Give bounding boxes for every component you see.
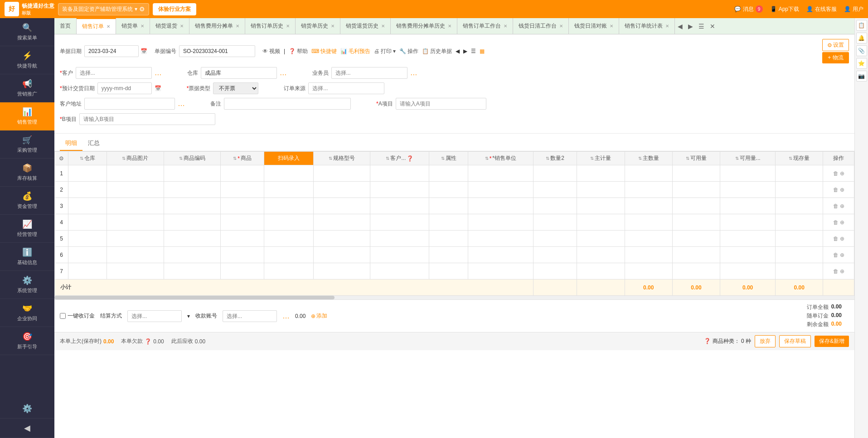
address-expand[interactable]: … xyxy=(178,100,185,108)
row-6-available2[interactable] xyxy=(720,247,776,263)
delete-icon[interactable]: 🗑 xyxy=(833,187,839,193)
row-7-main-qty[interactable] xyxy=(625,263,672,279)
row-6-attribute[interactable] xyxy=(429,247,468,263)
delete-icon[interactable]: 🗑 xyxy=(833,252,839,258)
row-7-unit[interactable] xyxy=(468,263,533,279)
row-2-available2[interactable] xyxy=(720,182,776,198)
help-icon-debt[interactable]: ❓ xyxy=(145,338,151,345)
row-4-unit[interactable] xyxy=(468,214,533,231)
row-2-spec[interactable] xyxy=(313,182,370,198)
row-2-main-qty[interactable] xyxy=(625,182,672,198)
tab-close-order-history[interactable]: ✕ xyxy=(286,24,290,29)
row-5-spec[interactable] xyxy=(313,231,370,247)
col-settings[interactable]: ⚙ xyxy=(55,152,68,165)
copy-icon[interactable]: ⊕ xyxy=(840,170,844,177)
tab-sales-return[interactable]: 销货退货 ✕ xyxy=(150,18,189,34)
row-6-action[interactable]: 🗑 ⊕ xyxy=(823,247,854,263)
row-5-action[interactable]: 🗑 ⊕ xyxy=(823,231,854,247)
right-btn-1[interactable]: 📋 xyxy=(856,20,867,31)
help-icon-types[interactable]: ❓ xyxy=(704,338,711,344)
add-payment-btn[interactable]: ⊕ 添加 xyxy=(311,312,327,320)
tab-close-return-history[interactable]: ✕ xyxy=(381,24,385,29)
copy-icon[interactable]: ⊕ xyxy=(840,252,844,258)
a-project-input[interactable] xyxy=(396,98,486,110)
warehouse-expand[interactable]: … xyxy=(280,69,287,77)
row-1-customer-code[interactable] xyxy=(370,165,429,182)
tab-close-sales-return[interactable]: ✕ xyxy=(180,24,184,29)
row-1-main-qty[interactable] xyxy=(625,165,672,182)
row-7-spec[interactable] xyxy=(313,263,370,279)
right-btn-5[interactable]: 📷 xyxy=(856,71,867,82)
row-6-scan[interactable] xyxy=(264,247,314,263)
row-1-available[interactable] xyxy=(672,165,720,182)
tab-return-history[interactable]: 销货退货历史 ✕ xyxy=(340,18,391,34)
sidebar-item-search[interactable]: 🔍 搜索菜单 xyxy=(0,18,54,46)
shortcut-btn-2[interactable]: ⌨快捷键 xyxy=(311,48,337,55)
tab-close-btn[interactable]: ✕ xyxy=(707,23,718,30)
tab-order-report[interactable]: 销售订单统计表 ✕ xyxy=(619,18,675,34)
tab-close-order-workbench[interactable]: ✕ xyxy=(504,24,507,29)
sidebar-item-purchase[interactable]: 🛒 采购管理 xyxy=(0,130,54,159)
save-new-btn[interactable]: 保存&新增 xyxy=(815,336,849,347)
row-6-code[interactable] xyxy=(164,247,220,263)
row-4-warehouse[interactable] xyxy=(68,214,107,231)
tab-invoice-history[interactable]: 销货单历史 ✕ xyxy=(296,18,340,34)
tab-close-order-report[interactable]: ✕ xyxy=(665,24,669,29)
settings-btn[interactable]: ⚙ 设置 xyxy=(822,39,849,51)
salesperson-expand[interactable]: … xyxy=(410,69,417,77)
account-input[interactable] xyxy=(223,310,277,322)
row-2-action[interactable]: 🗑 ⊕ xyxy=(823,182,854,198)
row-5-product[interactable] xyxy=(220,231,264,247)
row-5-main-qty[interactable] xyxy=(625,231,672,247)
row-6-main-unit[interactable] xyxy=(577,247,625,263)
row-3-customer-code[interactable] xyxy=(370,198,429,214)
row-7-code[interactable] xyxy=(164,263,220,279)
warehouse-input[interactable] xyxy=(201,67,277,79)
tab-detail[interactable]: 明细 xyxy=(60,136,82,151)
row-4-qty2[interactable] xyxy=(533,214,577,231)
sidebar-item-finance[interactable]: 💰 资金管理 xyxy=(0,187,54,215)
tab-order-workbench[interactable]: 销售订单工作台 ✕ xyxy=(457,18,513,34)
one-click-label[interactable]: 一键收订金 xyxy=(60,312,95,320)
row-2-stock[interactable] xyxy=(776,182,823,198)
row-7-action[interactable]: 🗑 ⊕ xyxy=(823,263,854,279)
tab-close-invoice-history[interactable]: ✕ xyxy=(331,24,335,29)
delivery-date-input[interactable] xyxy=(97,82,152,94)
row-6-image[interactable] xyxy=(107,247,164,263)
sidebar-item-management[interactable]: 📈 经营管理 xyxy=(0,215,54,243)
help-btn-2[interactable]: ❓帮助 xyxy=(289,48,308,55)
row-5-attribute[interactable] xyxy=(429,231,468,247)
tab-summary[interactable]: 汇总 xyxy=(82,136,105,151)
row-4-main-unit[interactable] xyxy=(577,214,625,231)
calendar-icon[interactable]: 📅 xyxy=(141,48,147,54)
tab-close-cash-reconcile[interactable]: ✕ xyxy=(610,24,613,29)
row-1-spec[interactable] xyxy=(313,165,370,182)
row-1-product[interactable] xyxy=(220,165,264,182)
row-3-action[interactable]: 🗑 ⊕ xyxy=(823,198,854,214)
row-2-image[interactable] xyxy=(107,182,164,198)
add-logistics-btn-2[interactable]: + 物流 xyxy=(822,52,849,63)
right-btn-2[interactable]: 🔔 xyxy=(856,33,867,43)
row-5-available2[interactable] xyxy=(720,231,776,247)
tab-home[interactable]: 首页 xyxy=(54,18,77,34)
row-3-main-qty[interactable] xyxy=(625,198,672,214)
row-7-available2[interactable] xyxy=(720,263,776,279)
row-2-qty2[interactable] xyxy=(533,182,577,198)
row-5-image[interactable] xyxy=(107,231,164,247)
sidebar-item-quicknav[interactable]: ⚡ 快捷导航 xyxy=(0,46,54,74)
row-1-qty2[interactable] xyxy=(533,165,577,182)
row-4-main-qty[interactable] xyxy=(625,214,672,231)
tab-cash-workbench[interactable]: 钱货日清工作台 ✕ xyxy=(513,18,569,34)
row-3-unit[interactable] xyxy=(468,198,533,214)
row-4-scan[interactable] xyxy=(264,214,314,231)
row-7-product[interactable] xyxy=(220,263,264,279)
row-7-image[interactable] xyxy=(107,263,164,279)
row-7-attribute[interactable] xyxy=(429,263,468,279)
row-2-code[interactable] xyxy=(164,182,220,198)
col-scan[interactable]: 扫码录入 xyxy=(264,152,314,165)
tab-close-expense-history[interactable]: ✕ xyxy=(448,24,451,29)
remark-input[interactable] xyxy=(224,98,351,110)
row-5-unit[interactable] xyxy=(468,231,533,247)
row-7-available[interactable] xyxy=(672,263,720,279)
row-2-customer-code[interactable] xyxy=(370,182,429,198)
